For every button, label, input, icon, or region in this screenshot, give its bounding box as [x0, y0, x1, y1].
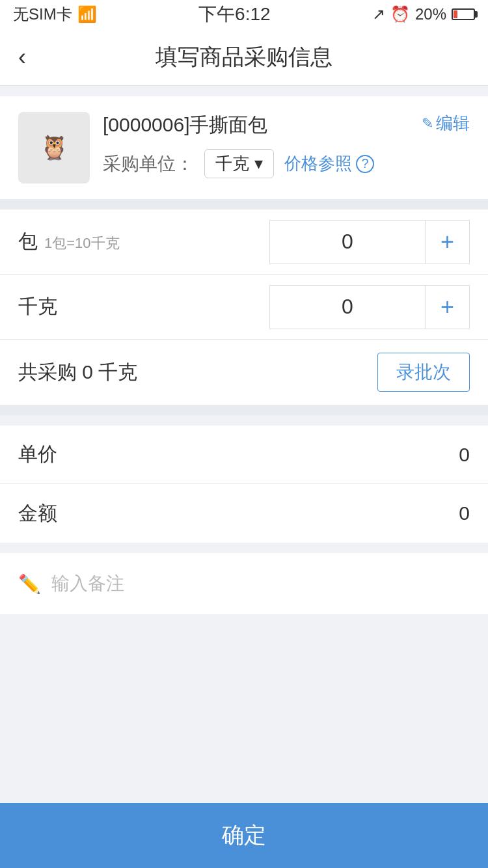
dropdown-arrow-icon: ▾	[254, 154, 263, 174]
page-title: 填写商品采购信息	[156, 42, 332, 72]
edit-button[interactable]: ✎ 编辑	[422, 112, 470, 135]
status-bar: 无SIM卡 📶 下午6:12 ↗ ⏰ 20%	[0, 0, 488, 29]
time-text: 下午6:12	[198, 2, 271, 27]
wifi-icon: 📶	[77, 5, 97, 23]
unit-value: 千克	[215, 152, 249, 175]
product-card: 🦉 [0000006]手撕面包 ✎ 编辑 采购单位： 千克 ▾ 价格参照 ?	[0, 96, 488, 199]
bag-unit-text: 1包=10千克	[44, 234, 120, 253]
price-ref-label: 价格参照	[284, 152, 352, 175]
kg-input[interactable]	[269, 285, 426, 329]
total-text: 共采购 0 千克	[18, 359, 137, 386]
price-ref-button[interactable]: 价格参照 ?	[284, 152, 374, 175]
kg-label-text: 千克	[18, 293, 57, 320]
product-header: [0000006]手撕面包 ✎ 编辑	[103, 112, 470, 139]
nav-bar: ‹ 填写商品采购信息	[0, 29, 488, 86]
alarm-icon: ⏰	[390, 5, 410, 23]
product-name: [0000006]手撕面包	[103, 112, 267, 139]
product-unit-row: 采购单位： 千克 ▾ 价格参照 ?	[103, 149, 470, 178]
edit-icon: ✎	[422, 115, 433, 132]
location-icon: ↗	[372, 5, 385, 23]
carrier-text: 无SIM卡	[13, 4, 72, 25]
divider-1	[0, 199, 488, 210]
back-button[interactable]: ‹	[18, 44, 26, 71]
edit-label: 编辑	[436, 112, 470, 135]
pencil-icon: ✏️	[18, 573, 41, 595]
unit-label: 采购单位：	[103, 152, 194, 176]
battery-icon	[452, 8, 475, 20]
amount-label: 金额	[18, 500, 57, 527]
bag-row: 包 1包=10千克 +	[0, 210, 488, 275]
remark-section[interactable]: ✏️ 输入备注	[0, 553, 488, 614]
bag-plus-button[interactable]: +	[426, 220, 470, 264]
unit-select[interactable]: 千克 ▾	[204, 149, 274, 178]
product-image: 🦉	[18, 112, 90, 183]
content-area	[0, 614, 488, 822]
total-row: 共采购 0 千克 录批次	[0, 340, 488, 405]
product-logo-icon: 🦉	[40, 134, 69, 161]
divider-2	[0, 405, 488, 415]
bag-label: 包 1包=10千克	[18, 228, 120, 255]
amount-value: 0	[459, 502, 470, 524]
product-info: [0000006]手撕面包 ✎ 编辑 采购单位： 千克 ▾ 价格参照 ?	[103, 112, 470, 178]
kg-row: 千克 +	[0, 275, 488, 340]
unit-price-label: 单价	[18, 441, 57, 468]
confirm-button[interactable]: 确定	[0, 803, 488, 868]
question-circle-icon: ?	[356, 155, 374, 173]
bag-label-text: 包	[18, 228, 38, 255]
bag-input[interactable]	[269, 220, 426, 264]
kg-input-group: +	[269, 285, 470, 329]
status-left: 无SIM卡 📶	[13, 4, 97, 25]
kg-plus-button[interactable]: +	[426, 285, 470, 329]
battery-percent: 20%	[415, 5, 446, 23]
unit-price-row: 单价 0	[0, 426, 488, 484]
bag-input-group: +	[269, 220, 470, 264]
batch-button[interactable]: 录批次	[377, 353, 470, 392]
status-right: ↗ ⏰ 20%	[372, 5, 475, 23]
remark-placeholder: 输入备注	[51, 571, 124, 596]
price-section: 单价 0 金额 0	[0, 426, 488, 543]
kg-label: 千克	[18, 293, 96, 320]
unit-price-value: 0	[459, 444, 470, 466]
form-section: 包 1包=10千克 + 千克 + 共采购 0 千克 录批次	[0, 210, 488, 405]
amount-row: 金额 0	[0, 484, 488, 543]
